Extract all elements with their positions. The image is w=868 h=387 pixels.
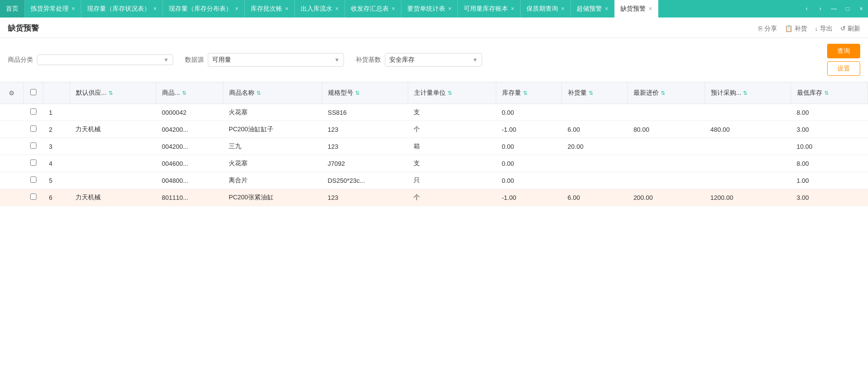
tab-nav-left[interactable]: ‹ bbox=[800, 0, 814, 18]
share-action[interactable]: ⎘ 分享 bbox=[759, 24, 777, 33]
est-purchase-cell bbox=[705, 172, 791, 189]
replenish-qty-cell: 20.00 bbox=[562, 138, 628, 155]
settings-button[interactable]: 设置 bbox=[827, 61, 860, 76]
tab-abnormal[interactable]: 拣货异常处理× bbox=[25, 0, 81, 18]
tab-inventory-status[interactable]: 现存量（库存状况表）× bbox=[81, 0, 163, 18]
tab-close-overstock[interactable]: × bbox=[605, 5, 608, 12]
goods-code-cell: 004800... bbox=[156, 172, 223, 189]
row-checkbox-1[interactable] bbox=[30, 125, 36, 132]
tab-close-recv-summary[interactable]: × bbox=[392, 5, 395, 12]
replenish-base-value: 安全库存 bbox=[389, 55, 415, 64]
datasource-label: 数据源 bbox=[185, 55, 204, 64]
tab-inout-flow[interactable]: 出入库流水× bbox=[295, 0, 345, 18]
tab-close-available-ledger[interactable]: × bbox=[511, 5, 514, 12]
row-checkbox-0[interactable] bbox=[30, 108, 36, 115]
goods-name-cell: 离合片 bbox=[223, 172, 322, 189]
refresh-label: 刷新 bbox=[848, 24, 860, 33]
window-close[interactable]: × bbox=[854, 0, 868, 18]
tab-nav-right[interactable]: › bbox=[814, 0, 827, 18]
tab-overstock[interactable]: 超储预警× bbox=[571, 0, 615, 18]
replenish-base-label: 补货基数 bbox=[356, 55, 381, 64]
category-select[interactable]: ▼ bbox=[37, 54, 173, 65]
goods-code-cell: 004600... bbox=[156, 155, 223, 172]
supplier-cell bbox=[70, 104, 156, 121]
replenish-label: 补货 bbox=[795, 24, 807, 33]
supplier-cell: 力天机械 bbox=[70, 189, 156, 206]
tab-expiry-query[interactable]: 保质期查询× bbox=[521, 0, 571, 18]
datasource-chevron-icon: ▼ bbox=[334, 57, 340, 63]
tab-close-shortage[interactable]: × bbox=[649, 5, 652, 12]
index-cell: 5 bbox=[43, 172, 70, 189]
export-action[interactable]: ↓ 导出 bbox=[815, 24, 833, 33]
tab-close-inventory-dist[interactable]: × bbox=[235, 5, 238, 12]
tab-available-ledger[interactable]: 可用量库存账本× bbox=[458, 0, 521, 18]
tab-close-expiry-query[interactable]: × bbox=[561, 5, 564, 12]
tab-shortage[interactable]: 缺货预警× bbox=[615, 0, 658, 18]
stock-cell: 0.00 bbox=[496, 172, 561, 189]
supplier-col-header[interactable]: 默认供应... ⇅ bbox=[70, 82, 156, 104]
page-header: 缺货预警 ⎘ 分享 📋 补货 ↓ 导出 ↺ 刷新 bbox=[0, 18, 868, 38]
table-settings-icon[interactable]: ⚙ bbox=[6, 87, 18, 99]
spec-cell: J7092 bbox=[322, 155, 408, 172]
tab-close-inout-flow[interactable]: × bbox=[335, 5, 339, 12]
min-stock-col-header[interactable]: 最低库存 ⇅ bbox=[791, 82, 868, 104]
refresh-action[interactable]: ↺ 刷新 bbox=[840, 24, 860, 33]
goods-name-cell: 火花塞 bbox=[223, 155, 322, 172]
table-container: ⚙ 默认供应... ⇅ bbox=[0, 82, 868, 214]
stock-sort-icon: ⇅ bbox=[523, 90, 527, 96]
tab-close-order-stats[interactable]: × bbox=[448, 5, 452, 12]
tab-label-expiry-query: 保质期查询 bbox=[526, 4, 558, 13]
replenish-base-chevron-icon: ▼ bbox=[472, 57, 478, 63]
tab-close-abnormal[interactable]: × bbox=[72, 5, 75, 12]
tab-order-stats[interactable]: 要货单统计表× bbox=[401, 0, 458, 18]
goods-code-col-header[interactable]: 商品... ⇅ bbox=[156, 82, 223, 104]
replenish-action[interactable]: 📋 补货 bbox=[785, 24, 807, 33]
goods-name-col-header[interactable]: 商品名称 ⇅ bbox=[223, 82, 322, 104]
tab-recv-summary[interactable]: 收发存汇总表× bbox=[345, 0, 401, 18]
header-actions: ⎘ 分享 📋 补货 ↓ 导出 ↺ 刷新 bbox=[759, 24, 861, 33]
latest-price-cell bbox=[628, 172, 705, 189]
supplier-cell bbox=[70, 155, 156, 172]
replenish-qty-sort-icon: ⇅ bbox=[589, 90, 593, 96]
est-purchase-col-header[interactable]: 预计采购... ⇅ bbox=[705, 82, 791, 104]
stock-col-header[interactable]: 库存量 ⇅ bbox=[496, 82, 561, 104]
replenish-qty-col-header[interactable]: 补货量 ⇅ bbox=[562, 82, 628, 104]
latest-price-col-header[interactable]: 最新进价 ⇅ bbox=[628, 82, 705, 104]
tab-close-inventory-status[interactable]: × bbox=[153, 5, 157, 12]
unit-cell: 支 bbox=[408, 104, 496, 121]
tab-batch-account[interactable]: 库存批次账× bbox=[245, 0, 295, 18]
tab-label-inout-flow: 出入库流水 bbox=[301, 4, 332, 13]
tab-close-batch-account[interactable]: × bbox=[285, 5, 289, 12]
share-label: 分享 bbox=[764, 24, 777, 33]
replenish-qty-cell: 6.00 bbox=[562, 121, 628, 138]
datasource-select[interactable]: 可用量 ▼ bbox=[208, 53, 344, 67]
export-icon: ↓ bbox=[815, 25, 818, 32]
spec-col-header[interactable]: 规格型号 ⇅ bbox=[322, 82, 408, 104]
replenish-base-select[interactable]: 安全库存 ▼ bbox=[385, 53, 482, 67]
tab-home[interactable]: 首页 bbox=[0, 0, 25, 18]
est-purchase-sort-icon: ⇅ bbox=[743, 90, 747, 96]
row-checkbox-3[interactable] bbox=[30, 159, 36, 166]
row-checkbox-2[interactable] bbox=[30, 142, 36, 149]
spec-cell: 123 bbox=[322, 189, 408, 206]
replenish-qty-cell: 6.00 bbox=[562, 189, 628, 206]
row-checkbox-4[interactable] bbox=[30, 176, 36, 183]
stock-cell: -1.00 bbox=[496, 189, 561, 206]
settings-cell bbox=[0, 172, 24, 189]
window-maximize[interactable]: □ bbox=[841, 0, 854, 18]
table-row: 2力天机械004200...PC200油缸缸子123个-1.006.0080.0… bbox=[0, 121, 868, 138]
unit-col-header[interactable]: 主计量单位 ⇅ bbox=[408, 82, 496, 104]
select-all-checkbox[interactable] bbox=[30, 89, 36, 95]
unit-cell: 只 bbox=[408, 172, 496, 189]
replenish-qty-cell bbox=[562, 172, 628, 189]
table-row: 4004600...火花塞J7092支0.008.00 bbox=[0, 155, 868, 172]
query-button[interactable]: 查询 bbox=[827, 44, 860, 58]
row-checkbox-5[interactable] bbox=[30, 194, 36, 200]
index-cell: 4 bbox=[43, 155, 70, 172]
goods-code-sort-icon: ⇅ bbox=[182, 90, 186, 96]
tab-inventory-dist[interactable]: 现存量（库存分布表）× bbox=[163, 0, 245, 18]
stock-cell: 0.00 bbox=[496, 138, 561, 155]
window-minimize[interactable]: — bbox=[827, 0, 841, 18]
checkbox-cell bbox=[24, 104, 43, 121]
replenish-icon: 📋 bbox=[785, 25, 793, 32]
